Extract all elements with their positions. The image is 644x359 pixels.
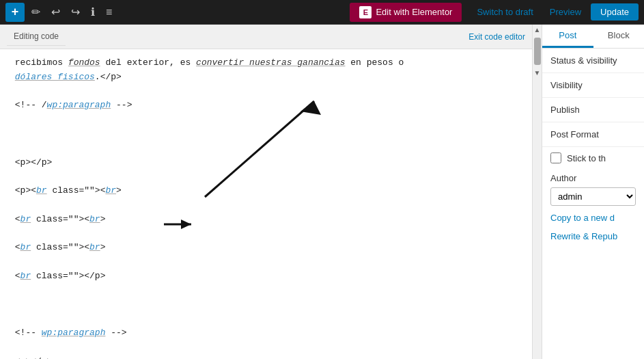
update-button[interactable]: Update — [591, 3, 639, 21]
redo-button[interactable]: ↪ — [67, 3, 84, 21]
stick-to-top-row: Stick to th — [542, 147, 644, 169]
code-line-21 — [10, 341, 522, 355]
tab-post[interactable]: Post — [542, 25, 593, 48]
code-line-8: <p></p> — [10, 156, 522, 170]
code-line-22: <p></p> — [10, 355, 522, 359]
code-line-19 — [10, 312, 522, 326]
sidebar-section-visibility[interactable]: Visibility — [542, 73, 644, 98]
sidebar-section-status-visibility[interactable]: Status & visibility — [542, 49, 644, 73]
scroll-thumb[interactable] — [534, 38, 541, 65]
main-layout: Editing code Exit code editor recibimos … — [0, 25, 644, 359]
list-icon: ≡ — [106, 6, 112, 18]
sidebar-panel: Post Block Status & visibility Visibilit… — [542, 25, 644, 359]
code-line-9 — [10, 170, 522, 184]
add-button[interactable]: + — [5, 3, 25, 22]
code-line-6 — [10, 127, 522, 142]
scroll-down-arrow[interactable]: ▼ — [533, 68, 542, 78]
scrollbar[interactable]: ▲ ▼ — [532, 25, 542, 359]
stick-to-top-checkbox[interactable] — [550, 152, 561, 163]
code-line-18 — [10, 298, 522, 313]
exit-code-editor-button[interactable]: Exit code editor — [468, 32, 525, 42]
code-line-15 — [10, 255, 522, 269]
code-line-5 — [10, 113, 522, 127]
header-right-actions: Switch to draft Preview Update — [470, 3, 639, 21]
info-icon: ℹ — [91, 5, 95, 18]
code-content[interactable]: recibimos fondos del exterior, es conver… — [0, 49, 532, 359]
list-button[interactable]: ≡ — [102, 3, 116, 21]
code-line-11 — [10, 198, 522, 213]
code-line-3 — [10, 85, 522, 99]
sidebar-section-publish[interactable]: Publish — [542, 98, 644, 122]
elementor-icon: E — [359, 6, 372, 18]
editing-code-label: Editing code — [7, 27, 66, 46]
pencil-icon: ✏ — [31, 5, 40, 18]
stick-to-top-label: Stick to th — [567, 153, 606, 163]
main-toolbar: + ✏ ↩ ↪ ℹ ≡ E Edit with Elementor Switch… — [0, 0, 644, 25]
scroll-up-arrow[interactable]: ▲ — [533, 25, 542, 35]
code-line-2: dólares fisicos.</p> — [10, 70, 522, 85]
add-icon: + — [12, 5, 19, 19]
redo-icon: ↪ — [71, 5, 80, 18]
info-button[interactable]: ℹ — [87, 3, 99, 21]
code-line-7 — [10, 142, 522, 156]
rewrite-repub-link[interactable]: Rewrite & Repub — [542, 227, 644, 245]
code-line-17 — [10, 284, 522, 298]
code-line-13 — [10, 227, 522, 241]
sidebar-section-post-format[interactable]: Post Format — [542, 122, 644, 147]
undo-icon: ↩ — [51, 5, 60, 18]
code-line-20: <!-- wp:paragraph --> — [10, 326, 522, 341]
elementor-label: Edit with Elementor — [376, 7, 452, 17]
switch-draft-button[interactable]: Switch to draft — [470, 3, 540, 21]
elementor-button[interactable]: E Edit with Elementor — [350, 3, 462, 22]
code-line-16: <br class=""></p> — [10, 269, 522, 284]
code-line-10: <p><br class=""><br> — [10, 184, 522, 198]
tab-block[interactable]: Block — [593, 25, 645, 48]
author-select[interactable]: admin — [550, 187, 636, 206]
sidebar-tabs: Post Block — [542, 25, 644, 49]
code-line-1: recibimos fondos del exterior, es conver… — [10, 56, 522, 70]
pencil-button[interactable]: ✏ — [27, 3, 44, 21]
author-select-row: admin — [542, 185, 644, 209]
author-label: Author — [542, 169, 644, 185]
code-line-14: <br class=""><br> — [10, 241, 522, 255]
code-editor-area: Editing code Exit code editor recibimos … — [0, 25, 532, 359]
copy-to-new-link[interactable]: Copy to a new d — [542, 209, 644, 227]
preview-button[interactable]: Preview — [543, 3, 588, 21]
code-line-12: <br class=""><br> — [10, 213, 522, 227]
undo-button[interactable]: ↩ — [47, 3, 64, 21]
code-line-4: <!-- /wp:paragraph --> — [10, 98, 522, 113]
